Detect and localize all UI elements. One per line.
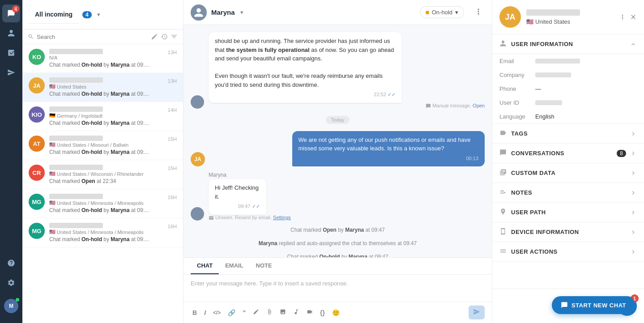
bold-button[interactable]: B [191,307,199,318]
tags-title: TAGS [511,130,630,137]
edit-button[interactable] [251,307,261,318]
code-button[interactable]: </> [211,308,222,318]
nav-icon-contacts[interactable] [2,24,20,42]
emoji-button[interactable]: 🙂 [330,307,341,318]
online-indicator [16,298,19,302]
compose-icon[interactable] [151,33,158,40]
message-content: should be up and running. The service pr… [209,32,485,109]
chevron-right-icon [630,150,637,157]
chevron-right-icon [630,248,637,255]
conversation-time: 15H [168,166,177,171]
tab-note[interactable]: NOTE [250,258,278,274]
open-link[interactable]: Open [473,103,485,108]
nav-icon-reports[interactable] [2,44,20,62]
conversation-status: Chat marked On-hold by Maryna at 09:... [49,120,163,126]
more-icon[interactable] [619,13,626,21]
conversation-item[interactable]: CR 🇺🇸 United States / Wisconsin / Rhinel… [22,160,183,189]
message-text: Hi Jeff! Checking it. [215,184,259,200]
contact-info: 🇺🇸 United States [526,9,614,25]
settings-link[interactable]: Settings [273,215,291,220]
status-button[interactable]: On-hold ▾ [420,6,464,18]
nav-user-avatar[interactable]: M [2,297,20,315]
language-value: English [535,113,637,120]
chevron-right-icon [630,170,637,177]
history-icon[interactable] [161,33,168,40]
conversation-item[interactable]: MG 🇺🇸 United States / Minnesota / Minnea… [22,189,183,218]
user-info-title: USER INFORMATION [511,41,630,47]
more-options-button[interactable] [472,5,485,19]
attachment-button[interactable] [264,307,274,318]
agent-avatar [191,207,204,221]
conversation-status: Chat marked Open at 22:34 [49,178,163,184]
notes-section-header[interactable]: NOTES [492,183,644,203]
tags-section-header[interactable]: TAGS [492,124,644,144]
code-block-button[interactable]: {} [318,307,327,318]
conversations-badge: 8 [617,150,626,157]
search-bar [22,30,183,44]
audio-button[interactable] [291,307,301,318]
message-content: Maryna Hi Jeff! Checking it. 09:47 ✓✓ Un… [209,172,291,221]
message-bubble: should be up and running. The service pr… [209,32,402,103]
conversation-body: N/A Chat marked On-hold by Maryna at 09:… [49,49,163,68]
device-info-section-header[interactable]: DEVICE INFORMATION [492,222,644,242]
phone-label: Phone [499,85,535,92]
custom-data-section-header[interactable]: CUSTOM DATA [492,163,644,183]
image-button[interactable] [278,307,288,318]
nav-icon-help[interactable] [2,254,20,272]
day-label: Today [326,116,350,124]
search-input[interactable] [37,34,148,40]
quote-button[interactable]: " [241,307,247,318]
contact-name-placeholder [49,77,103,83]
conversation-item[interactable]: KIO 🇩🇪 Germany / Ingolstadt Chat marked … [22,102,183,131]
message-text: should be up and running. The service pr… [215,38,394,88]
language-row: Language English [492,110,644,123]
chevron-right-icon [630,209,637,216]
conversations-title: CONVERSATIONS [511,150,617,157]
email-row: Email [492,54,644,68]
email-label: Email [499,58,535,64]
flag-icon: 🇺🇸 [49,200,55,206]
nav-icon-send[interactable] [2,64,20,81]
chat-badge: 4 [12,5,19,13]
read-check-icon: ✓✓ [252,204,260,209]
compose-input[interactable]: Enter your message here. Type # to inser… [183,275,492,302]
tab-chat[interactable]: CHAT [191,258,219,274]
filter-icon[interactable] [171,33,178,40]
start-new-chat-button[interactable]: START NEW CHAT [552,296,635,314]
conversation-item[interactable]: MG 🇺🇸 United States / Minnesota / Minnea… [22,218,183,247]
link-button[interactable]: 🔗 [226,307,237,318]
compose-tabs: CHAT EMAIL NOTE [183,258,492,275]
conversations-section-header[interactable]: CONVERSATIONS 8 [492,144,644,163]
flag-icon: 🇺🇸 [49,84,55,89]
nav-icon-chat[interactable]: 4 [2,4,20,22]
video-button[interactable] [305,307,315,318]
tab-email[interactable]: EMAIL [219,258,249,274]
chat-name-dropdown[interactable]: ▾ [240,9,243,16]
agent-avatar [191,95,204,109]
conversation-body: 🇺🇸 United States / Missouri / Ballwin Ch… [49,136,163,155]
flag-icon: 🇺🇸 [526,18,533,25]
close-icon[interactable] [630,13,637,21]
conversation-item[interactable]: AT 🇺🇸 United States / Missouri / Ballwin… [22,131,183,160]
activity-log: Chat marked Open by Maryna at 09:47 [191,226,485,234]
new-chat-icon [561,302,568,309]
user-actions-section-header[interactable]: USER ACTIONS [492,242,644,262]
email-value [535,59,637,64]
message-icon [426,103,431,109]
inbox-dropdown-arrow[interactable]: ▾ [97,11,100,18]
user-info-section-header[interactable]: USER INFORMATION [492,34,644,54]
contact-location: 🇺🇸 United States / Minnesota / Minneapol… [49,200,163,206]
contact-name-placeholder [49,106,103,112]
send-button[interactable] [469,306,485,319]
conversation-item[interactable]: KO N/A Chat marked On-hold by Maryna at … [22,44,183,73]
italic-button[interactable]: I [202,307,208,318]
user-path-section-header[interactable]: USER PATH [492,203,644,222]
tags-icon [499,129,507,138]
contact-location: 🇺🇸 United States [49,84,163,89]
nav-icon-settings[interactable] [2,274,20,292]
conversation-avatar: MG [29,223,45,239]
contact-name-placeholder [49,165,103,170]
section-collapse-icon [630,41,637,48]
conversation-time: 16H [168,195,177,200]
conversation-item[interactable]: JA 🇺🇸 United States Chat marked On-hold … [22,73,183,102]
